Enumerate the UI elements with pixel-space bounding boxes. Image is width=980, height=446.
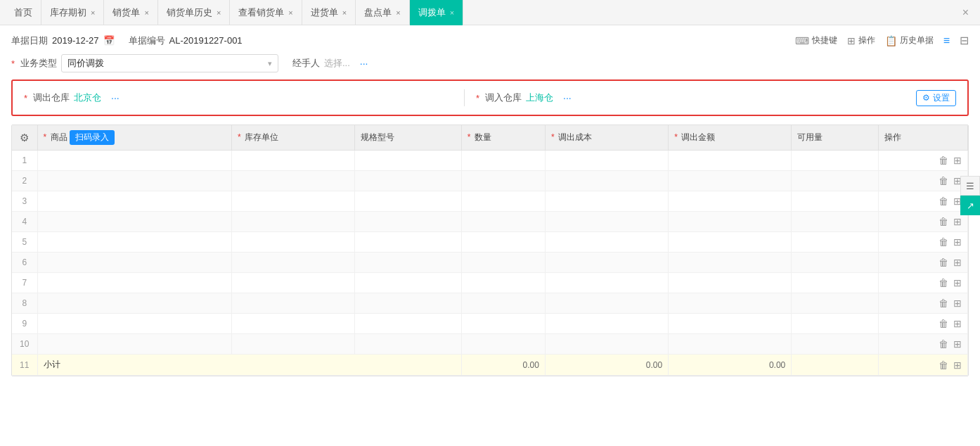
cell-unit[interactable] [231,273,354,293]
tab-inventory-init[interactable]: 库存期初 × [41,0,104,25]
side-list-btn[interactable]: ☰ [960,176,980,196]
cell-spec[interactable] [355,212,462,232]
cell-product[interactable] [37,151,231,171]
cell-spec[interactable] [355,273,462,293]
cell-product[interactable] [37,191,231,212]
side-export-btn[interactable]: ↗ [960,196,980,215]
cell-amount[interactable] [669,151,792,171]
cell-amount[interactable] [669,171,792,191]
cell-cost[interactable] [545,212,668,232]
cell-quantity[interactable] [461,334,545,355]
delete-icon[interactable]: 🗑 [939,338,948,350]
cell-amount[interactable] [669,293,792,314]
tab-sales-order[interactable]: 销货单 × [104,0,157,25]
cell-cost[interactable] [545,334,668,355]
handler-ellipsis[interactable]: ··· [360,58,368,69]
cell-product[interactable] [37,314,231,334]
cell-product[interactable] [37,273,231,293]
cell-product[interactable] [37,171,231,191]
cell-product[interactable] [37,253,231,273]
tab-sales-order-close[interactable]: × [144,8,148,17]
cell-spec[interactable] [355,151,462,171]
calendar-icon[interactable]: 📅 [103,35,115,46]
tab-transfer-order-close[interactable]: × [450,8,454,17]
cell-cost[interactable] [545,314,668,334]
history-btn[interactable]: 📋 历史单据 [885,34,934,46]
cell-product[interactable] [37,212,231,232]
cell-amount[interactable] [669,314,792,334]
delete-icon[interactable]: 🗑 [939,359,948,371]
cell-spec[interactable] [355,334,462,355]
cell-amount[interactable] [669,191,792,212]
cell-amount[interactable] [669,334,792,355]
cell-spec[interactable] [355,171,462,191]
cell-product[interactable] [37,334,231,355]
cell-quantity[interactable] [461,253,545,273]
copy-icon[interactable]: ⊞ [953,155,962,166]
copy-icon[interactable]: ⊞ [953,236,962,248]
tab-view-sales-close[interactable]: × [288,8,292,17]
tab-view-sales[interactable]: 查看销货单 × [230,0,302,25]
tab-sales-history[interactable]: 销货单历史 × [158,0,230,25]
shortcut-btn[interactable]: ⌨ 快捷键 [795,34,837,46]
cell-unit[interactable] [231,151,354,171]
tab-bar-close-btn[interactable]: × [957,6,974,19]
delete-icon[interactable]: 🗑 [939,196,948,207]
cell-quantity[interactable] [461,191,545,212]
cell-product[interactable] [37,232,231,253]
cell-product[interactable] [37,293,231,314]
tab-sales-history-close[interactable]: × [217,8,221,17]
scan-entry-button[interactable]: 扫码录入 [70,130,115,145]
gear-icon[interactable]: ⚙ [20,132,29,144]
copy-icon[interactable]: ⊞ [953,216,962,227]
cell-quantity[interactable] [461,314,545,334]
handler-select[interactable]: 选择... [324,57,350,70]
delete-icon[interactable]: 🗑 [939,298,948,309]
delete-icon[interactable]: 🗑 [939,216,948,227]
tab-home[interactable]: 首页 [6,0,41,25]
layout-btn-2[interactable]: ⊟ [960,34,969,47]
copy-icon[interactable]: ⊞ [953,257,962,268]
business-type-select[interactable]: 同价调拨 ▾ [61,54,278,72]
cell-unit[interactable] [231,191,354,212]
cell-amount[interactable] [669,232,792,253]
delete-icon[interactable]: 🗑 [939,155,948,166]
tab-inventory-count-close[interactable]: × [396,8,400,17]
cell-unit[interactable] [231,334,354,355]
cell-spec[interactable] [355,314,462,334]
cell-amount[interactable] [669,212,792,232]
cell-unit[interactable] [231,212,354,232]
operation-btn[interactable]: ⊞ 操作 [847,34,875,46]
tab-purchase-order[interactable]: 进货单 × [302,0,356,25]
cell-spec[interactable] [355,191,462,212]
delete-icon[interactable]: 🗑 [939,277,948,288]
copy-icon[interactable]: ⊞ [953,318,962,329]
copy-icon[interactable]: ⊞ [953,359,962,371]
delete-icon[interactable]: 🗑 [939,175,948,186]
cell-cost[interactable] [545,293,668,314]
cell-amount[interactable] [669,273,792,293]
cell-unit[interactable] [231,253,354,273]
cell-cost[interactable] [545,273,668,293]
copy-icon[interactable]: ⊞ [953,338,962,350]
cell-quantity[interactable] [461,171,545,191]
copy-icon[interactable]: ⊞ [953,298,962,309]
cell-quantity[interactable] [461,212,545,232]
cell-unit[interactable] [231,314,354,334]
delete-icon[interactable]: 🗑 [939,318,948,329]
settings-button[interactable]: ⚙ 设置 [916,90,956,106]
cell-quantity[interactable] [461,232,545,253]
cell-unit[interactable] [231,171,354,191]
cell-unit[interactable] [231,232,354,253]
delete-icon[interactable]: 🗑 [939,257,948,268]
cell-amount[interactable] [669,253,792,273]
tab-purchase-order-close[interactable]: × [342,8,347,17]
delete-icon[interactable]: 🗑 [939,236,948,248]
out-warehouse-ellipsis[interactable]: ··· [111,92,120,103]
cell-cost[interactable] [545,191,668,212]
copy-icon[interactable]: ⊞ [953,277,962,288]
cell-cost[interactable] [545,232,668,253]
tab-transfer-order[interactable]: 调拨单 × [410,0,463,25]
cell-unit[interactable] [231,293,354,314]
tab-inventory-init-close[interactable]: × [91,8,95,17]
